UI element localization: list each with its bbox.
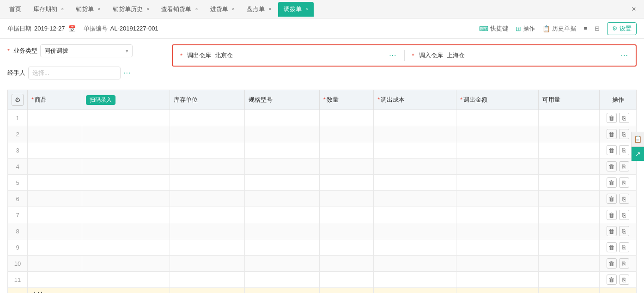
row-6-qty[interactable] (319, 191, 374, 207)
row-3-amount[interactable] (456, 142, 539, 159)
row-10-amount[interactable] (456, 256, 539, 272)
tab-purchase-order-close[interactable]: × (232, 6, 235, 12)
row-10-qty[interactable] (319, 256, 374, 272)
sidebar-export-btn[interactable]: ↗ (631, 146, 644, 161)
row-6-delete-btn[interactable]: 🗑 (607, 194, 617, 204)
row-10-cost[interactable] (374, 256, 456, 272)
row-1-qty[interactable] (319, 110, 374, 126)
row-10-copy-btn[interactable]: ⎘ (619, 258, 629, 269)
window-close-button[interactable]: × (627, 3, 640, 16)
row-2-product[interactable] (28, 126, 82, 142)
grid-view-action[interactable]: ⊟ (595, 25, 600, 32)
row-5-cost[interactable] (374, 175, 456, 191)
tab-transfer[interactable]: 调拨单 × (278, 2, 314, 17)
row-9-product[interactable] (28, 239, 82, 256)
row-9-qty[interactable] (319, 239, 374, 256)
row-11-cost[interactable] (374, 272, 456, 288)
list-view-action[interactable]: ≡ (583, 25, 587, 32)
row-9-amount[interactable] (456, 239, 539, 256)
row-8-copy-btn[interactable]: ⎘ (619, 226, 629, 236)
row-11-copy-btn[interactable]: ⎘ (619, 275, 629, 285)
row-1-cost[interactable] (374, 110, 456, 126)
row-3-product[interactable] (28, 142, 82, 159)
operations-action[interactable]: ⊞ 操作 (516, 24, 535, 33)
tab-sales-order-close[interactable]: × (97, 6, 100, 12)
row-6-cost[interactable] (374, 191, 456, 207)
row-8-qty[interactable] (319, 223, 374, 239)
handler-select[interactable]: 选择... (28, 67, 121, 79)
tab-inventory-init[interactable]: 库存期初 × (28, 2, 69, 17)
row-10-product[interactable] (28, 256, 82, 272)
row-11-qty[interactable] (319, 272, 374, 288)
in-warehouse-label: 调入仓库 (419, 51, 443, 60)
row-8-amount[interactable] (456, 223, 539, 239)
tab-sales-history-close[interactable]: × (146, 6, 149, 12)
handler-more-icon[interactable]: ··· (123, 69, 131, 77)
row-8-cost[interactable] (374, 223, 456, 239)
row-2-cost[interactable] (374, 126, 456, 142)
row-7-delete-btn[interactable]: 🗑 (607, 210, 617, 220)
row-5-copy-btn[interactable]: ⎘ (619, 177, 629, 188)
row-5-qty[interactable] (319, 175, 374, 191)
tab-sales-order[interactable]: 销货单 × (70, 2, 106, 17)
row-3-copy-btn[interactable]: ⎘ (619, 145, 629, 155)
shortcut-action[interactable]: ⌨ 快捷键 (479, 24, 508, 33)
tab-inventory-init-close[interactable]: × (61, 6, 64, 12)
tab-home[interactable]: 首页 (4, 2, 27, 17)
row-2-delete-btn[interactable]: 🗑 (607, 129, 617, 139)
row-3-cost[interactable] (374, 142, 456, 159)
out-warehouse-more-icon[interactable]: ··· (389, 51, 396, 60)
row-2-amount[interactable] (456, 126, 539, 142)
row-4-cost[interactable] (374, 159, 456, 175)
row-3-delete-btn[interactable]: 🗑 (607, 145, 617, 155)
row-9-delete-btn[interactable]: 🗑 (607, 242, 617, 252)
tab-stocktake[interactable]: 盘点单 × (241, 2, 277, 17)
tab-view-sales[interactable]: 查看销货单 × (156, 2, 203, 17)
tab-transfer-close[interactable]: × (305, 6, 308, 12)
business-type-select[interactable]: 同价调拨 ▾ (40, 44, 133, 57)
sidebar-doc-btn[interactable]: 📋 (631, 132, 644, 146)
row-11-delete-btn[interactable]: 🗑 (607, 275, 617, 285)
row-11-product[interactable] (28, 272, 82, 288)
row-6-amount[interactable] (456, 191, 539, 207)
row-7-cost[interactable] (374, 207, 456, 223)
row-4-product[interactable] (28, 159, 82, 175)
tab-view-sales-close[interactable]: × (195, 6, 198, 12)
row-8-delete-btn[interactable]: 🗑 (607, 226, 617, 236)
row-4-copy-btn[interactable]: ⎘ (619, 161, 629, 171)
row-2-qty[interactable] (319, 126, 374, 142)
tab-sales-history[interactable]: 销货单历史 × (107, 2, 155, 17)
row-7-product[interactable] (28, 207, 82, 223)
row-5-product[interactable] (28, 175, 82, 191)
row-9-copy-btn[interactable]: ⎘ (619, 242, 629, 252)
row-7-amount[interactable] (456, 207, 539, 223)
row-9-cost[interactable] (374, 239, 456, 256)
row-10-delete-btn[interactable]: 🗑 (607, 258, 617, 269)
row-4-qty[interactable] (319, 159, 374, 175)
row-7-qty[interactable] (319, 207, 374, 223)
row-1-amount[interactable] (456, 110, 539, 126)
row-1-copy-btn[interactable]: ⎘ (619, 113, 629, 123)
row-8-product[interactable] (28, 223, 82, 239)
row-5-delete-btn[interactable]: 🗑 (607, 177, 617, 188)
row-11-amount[interactable] (456, 272, 539, 288)
tab-purchase-order[interactable]: 进货单 × (205, 2, 240, 17)
table-gear-icon[interactable]: ⚙ (12, 94, 24, 106)
row-4-amount[interactable] (456, 159, 539, 175)
row-4-delete-btn[interactable]: 🗑 (607, 161, 617, 171)
row-1-delete-btn[interactable]: 🗑 (607, 113, 617, 123)
calendar-icon[interactable]: 📅 (68, 24, 76, 33)
setting-button[interactable]: ⚙ 设置 (607, 22, 637, 35)
row-7-copy-btn[interactable]: ⎘ (619, 210, 629, 220)
row-3-qty[interactable] (319, 142, 374, 159)
row-1-product[interactable] (28, 110, 82, 126)
row-6-scan (82, 191, 170, 207)
tab-stocktake-close[interactable]: × (268, 6, 271, 12)
scan-button[interactable]: 扫码录入 (86, 95, 115, 105)
row-6-product[interactable] (28, 191, 82, 207)
in-warehouse-more-icon[interactable]: ··· (621, 51, 628, 60)
row-6-copy-btn[interactable]: ⎘ (619, 194, 629, 204)
row-5-amount[interactable] (456, 175, 539, 191)
history-action[interactable]: 📋 历史单据 (542, 24, 576, 33)
row-2-copy-btn[interactable]: ⎘ (619, 129, 629, 139)
